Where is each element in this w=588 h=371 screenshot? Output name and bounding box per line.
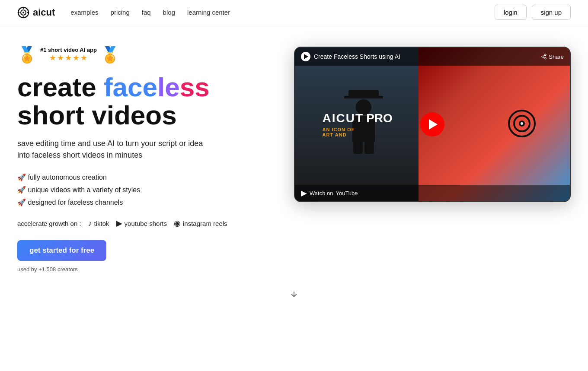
video-container[interactable]: Create Faceless Shorts using AI Share AI… (294, 47, 571, 202)
navbar: aicut examples pricing faq blog learning… (0, 0, 588, 25)
signup-button[interactable]: sign up (532, 5, 571, 20)
svg-point-9 (545, 57, 546, 59)
nav-link-faq[interactable]: faq (142, 9, 151, 16)
hero-section: 🏅 #1 short video AI app ★★★★★ 🏅 create f… (0, 25, 588, 273)
video-ring-icon (507, 108, 537, 140)
platform-instagram-reels: ◉ instagram reels (174, 219, 227, 228)
laurel-left-icon: 🏅 (17, 47, 37, 63)
video-share-button[interactable]: Share (541, 54, 564, 60)
nav-link-learning-center[interactable]: learning center (187, 9, 230, 16)
login-button[interactable]: login (495, 5, 527, 20)
award-badge: 🏅 #1 short video AI app ★★★★★ 🏅 (17, 47, 227, 63)
feature-item: 🚀 unique videos with a variety of styles (17, 186, 227, 194)
youtube-icon: ▶ (116, 219, 122, 228)
video-subtitle: AN ICON OFART AND (323, 127, 393, 137)
headline-create: create (17, 72, 104, 102)
hero-right: Create Faceless Shorts using AI Share AI… (294, 47, 571, 202)
logo[interactable]: aicut (17, 6, 55, 19)
laurel-right-icon: 🏅 (100, 47, 120, 63)
platforms-section: accelerate growth on : ♪ tiktok ▶ youtub… (17, 219, 227, 228)
youtube-footer-icon: ▶ (301, 188, 307, 198)
features-list: 🚀 fully autonomous creation 🚀 unique vid… (17, 173, 227, 206)
instagram-icon: ◉ (174, 219, 181, 228)
badge-center: #1 short video AI app ★★★★★ (40, 47, 97, 63)
used-by-text: used by +1.508 creators (17, 266, 227, 273)
share-icon (541, 54, 547, 60)
headline-line2: short videos (17, 100, 177, 130)
headline-ss: ss (180, 72, 210, 102)
video-title: Create Faceless Shorts using AI (314, 53, 400, 60)
tiktok-icon: ♪ (88, 219, 92, 228)
logo-text: aicut (33, 7, 55, 18)
watch-on-label: Watch on (310, 190, 333, 197)
platform-youtube-shorts: ▶ youtube shorts (116, 219, 167, 228)
share-label: Share (549, 54, 564, 60)
badge-stars: ★★★★★ (40, 53, 97, 63)
youtube-play-icon (304, 54, 308, 59)
platform-tiktok: ♪ tiktok (88, 219, 109, 228)
video-text-overlay: AICUT PRO AN ICON OFART AND (323, 111, 393, 137)
youtube-small-logo (301, 52, 310, 61)
svg-point-7 (545, 54, 546, 56)
feature-item: 🚀 designed for faceless channels (17, 198, 227, 206)
nav-left: aicut examples pricing faq blog learning… (17, 6, 230, 19)
badge-rank-text: #1 short video AI app (40, 47, 97, 53)
subheadline: save editing time and use AI to turn you… (17, 138, 227, 161)
feature-item: 🚀 fully autonomous creation (17, 173, 227, 181)
hero-left: 🏅 #1 short video AI app ★★★★★ 🏅 create f… (17, 47, 227, 273)
logo-icon (17, 6, 29, 19)
cta-button[interactable]: get started for free (17, 240, 106, 261)
nav-links: examples pricing faq blog learning cente… (70, 9, 230, 16)
headline: create faceless short videos (17, 73, 227, 129)
scroll-indicator (0, 273, 588, 307)
headline-face: face (104, 72, 157, 102)
instagram-label: instagram reels (183, 220, 227, 227)
nav-right: login sign up (495, 5, 571, 20)
nav-link-pricing[interactable]: pricing (111, 9, 130, 16)
svg-line-11 (543, 55, 545, 56)
youtube-label: youtube shorts (125, 220, 167, 227)
youtube-footer-label: YouTube (336, 190, 358, 197)
tiktok-label: tiktok (94, 220, 109, 227)
video-header: Create Faceless Shorts using AI Share (295, 48, 570, 66)
play-button[interactable] (420, 112, 444, 136)
platforms-label: accelerate growth on : (17, 220, 81, 227)
svg-point-15 (521, 122, 523, 125)
video-header-left: Create Faceless Shorts using AI (301, 52, 400, 61)
svg-point-8 (542, 56, 543, 57)
play-triangle-icon (429, 119, 438, 130)
video-footer: ▶ Watch on YouTube (295, 185, 570, 201)
video-pro-text: PRO (366, 111, 393, 125)
nav-link-examples[interactable]: examples (70, 9, 98, 16)
nav-link-blog[interactable]: blog (163, 9, 175, 16)
scroll-down-icon (290, 290, 298, 298)
svg-point-2 (22, 12, 24, 13)
video-aicut-text: AICUT (323, 111, 364, 125)
svg-line-10 (543, 57, 545, 58)
headline-le: le (157, 72, 180, 102)
